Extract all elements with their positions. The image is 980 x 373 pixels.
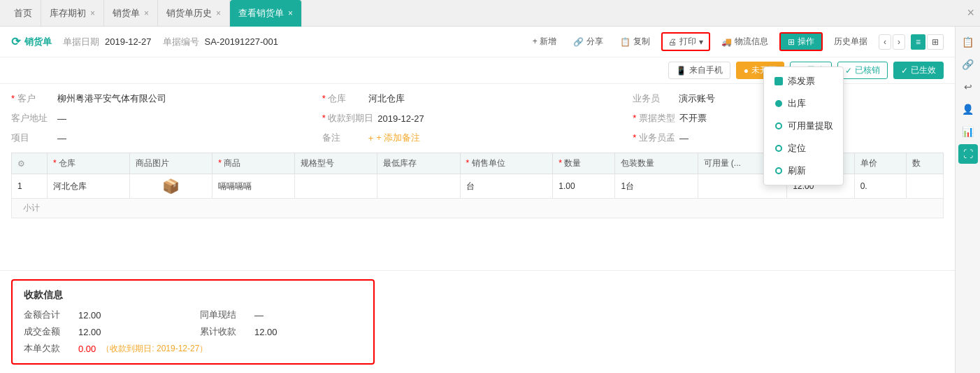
payment-date-value: 2019-12-27 [377, 113, 424, 124]
history-button[interactable]: 历史单据 [828, 33, 873, 50]
view-list[interactable]: ≡ [911, 34, 925, 50]
right-sidebar: 📋 🔗 ↩ 👤 📊 ⛶ [955, 27, 980, 373]
logistics-button[interactable]: 🚚 物流信息 [716, 33, 774, 50]
copy-button[interactable]: 📋 复制 [614, 33, 656, 50]
doc-type-label: 销货单 [24, 36, 52, 48]
copy-label: 复制 [633, 36, 650, 48]
cumulative-label: 累计收款 [200, 325, 249, 338]
settings-icon[interactable]: ⚙ [17, 159, 25, 169]
col-unit: 销售单位 [460, 153, 553, 174]
print-label: 打印 [679, 36, 696, 48]
locate-item[interactable]: 定位 [764, 137, 843, 160]
sidebar-user-icon[interactable]: 👤 [958, 99, 978, 119]
row-warehouse: 河北仓库 [47, 174, 129, 199]
tab-sales-history[interactable]: 销货单历史 × [158, 0, 230, 27]
sidebar-chart-icon[interactable]: 📊 [958, 122, 978, 141]
sidebar-doc-icon[interactable]: 📋 [958, 32, 978, 52]
col-extra: 数 [907, 153, 944, 174]
row-unit: 台 [460, 174, 553, 199]
add-invoice-label: 添发票 [788, 75, 815, 87]
logistics-label: 物流信息 [735, 36, 768, 48]
total-value: 12.00 [78, 310, 101, 321]
copy-icon: 📋 [620, 37, 630, 47]
row-extra [907, 174, 944, 199]
sold-btn[interactable]: ✓ 已核销 [837, 62, 888, 79]
address-label: 客户地址 [11, 112, 53, 125]
tab-sales-label: 销货单 [113, 7, 140, 20]
warehouse-row: 仓库 河北仓库 [322, 92, 633, 105]
doc-date-label: 单据日期 [63, 36, 99, 48]
nav-prev[interactable]: ‹ [879, 34, 891, 50]
outbound-item[interactable]: 出库 [764, 92, 843, 115]
tab-view-sales[interactable]: 查看销货单 × [230, 0, 302, 27]
total-label: 金额合计 [24, 309, 73, 321]
printer-icon: 🖨 [668, 37, 677, 47]
tab-sales-order[interactable]: 销货单 × [104, 0, 158, 27]
tab-bar: 首页 库存期初 × 销货单 × 销货单历史 × 查看销货单 × × [0, 0, 980, 27]
outstanding-note: （收款到期日: 2019-12-27） [101, 343, 208, 355]
deal-amount-value: 12.00 [78, 327, 101, 337]
sold-label: 已核销 [855, 64, 880, 76]
print-dropdown-arrow: ▾ [699, 37, 703, 47]
add-button[interactable]: + 新增 [527, 33, 562, 50]
doc-number-value: SA-20191227-001 [205, 36, 279, 47]
circle-outline-icon-3 [774, 166, 784, 176]
add-note-label: + 添加备注 [376, 132, 420, 144]
col-min-stock: 最低库存 [377, 153, 460, 174]
col-pack-qty: 包装数量 [615, 153, 698, 174]
tab-sales-close[interactable]: × [144, 8, 149, 18]
effective-label: 已生效 [911, 64, 936, 76]
deal-amount-label: 成交金额 [24, 325, 73, 338]
circle-icon [774, 99, 784, 108]
locate-label: 定位 [788, 142, 806, 155]
note-row: 备注 + + 添加备注 [322, 132, 633, 144]
refresh-label: 刷新 [788, 164, 806, 177]
tab-view-label: 查看销货单 [238, 7, 284, 20]
view-grid[interactable]: ⊞ [927, 34, 944, 50]
share-button[interactable]: 🔗 分享 [568, 33, 609, 50]
payment-date-row: 收款到期日 2019-12-27 [322, 112, 633, 125]
row-quantity: 1.00 [553, 174, 615, 199]
sidebar-return-icon[interactable]: ↩ [958, 77, 978, 97]
tab-inventory-close[interactable]: × [90, 8, 95, 18]
customer-row: 客户 柳州粤港平安气体有限公司 [11, 92, 322, 105]
phone-status-btn[interactable]: 📱 来自手机 [668, 62, 730, 79]
window-close-icon[interactable]: × [967, 6, 974, 20]
tab-inventory-init[interactable]: 库存期初 × [41, 0, 104, 27]
ticket-type-value: 不开票 [679, 112, 707, 125]
payment-grid: 金额合计 12.00 同单现结 — 成交金额 12.00 累计收款 12.00 [24, 309, 362, 355]
sold-icon: ✓ [845, 66, 852, 76]
tab-history-close[interactable]: × [216, 8, 221, 18]
share-icon: 🔗 [573, 37, 584, 47]
tab-history-label: 销货单历史 [166, 7, 212, 20]
same-settle-label: 同单现结 [200, 309, 249, 321]
address-row: 客户地址 — [11, 112, 322, 125]
same-settle-row: 同单现结 — [200, 309, 362, 321]
col-image: 商品图片 [130, 153, 212, 174]
col-settings[interactable]: ⚙ [12, 153, 48, 174]
share-label: 分享 [586, 36, 603, 48]
effective-btn[interactable]: ✓ 已生效 [893, 62, 944, 79]
tab-view-close[interactable]: × [288, 8, 293, 18]
col-quantity: 数量 [553, 153, 615, 174]
phone-icon: 📱 [676, 66, 686, 76]
tab-home[interactable]: 首页 [6, 0, 41, 27]
print-button[interactable]: 🖨 打印 ▾ [661, 32, 710, 51]
col-spec: 规格型号 [295, 153, 377, 174]
customer-label: 客户 [11, 92, 53, 105]
col-price: 单价 [854, 153, 907, 174]
refresh-item[interactable]: 刷新 [764, 160, 843, 182]
doc-date-value: 2019-12-27 [105, 36, 152, 47]
available-extract-item[interactable]: 可用量提取 [764, 115, 843, 137]
add-note-button[interactable]: + + 添加备注 [368, 132, 421, 144]
sidebar-link-icon[interactable]: 🔗 [958, 55, 978, 74]
row-product: 嗝嗝嗝嗝 [212, 174, 295, 199]
phone-label: 来自手机 [689, 64, 723, 76]
sidebar-expand-icon[interactable]: ⛶ [958, 144, 978, 164]
add-invoice-item[interactable]: 添发票 [764, 70, 843, 92]
circle-outline-icon-2 [774, 143, 784, 153]
doc-date-meta: 单据日期 2019-12-27 [63, 36, 152, 48]
nav-next[interactable]: › [893, 34, 905, 50]
nav-arrows: ‹ › [879, 34, 905, 50]
operate-button[interactable]: ⊞ 操作 [779, 32, 823, 51]
